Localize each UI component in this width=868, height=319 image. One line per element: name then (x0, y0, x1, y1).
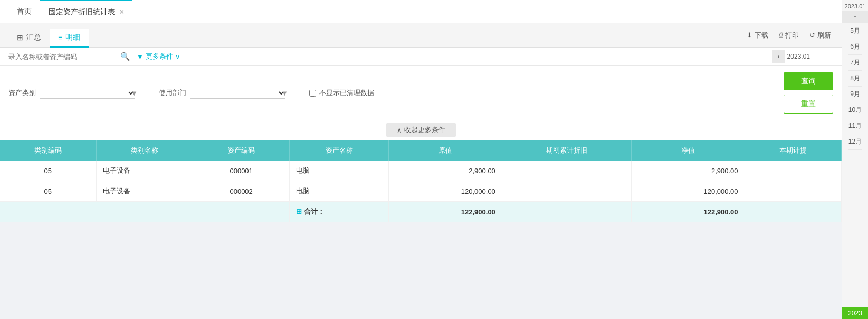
right-panel: 2023.01 ↑ 5月6月7月8月9月10月11月12月 2023 (842, 0, 868, 319)
col-header-category-name: 类别名称 (96, 140, 193, 161)
collapse-button[interactable]: ∧ 收起更多条件 (386, 123, 456, 137)
cell-current-period (745, 161, 841, 181)
filter-actions: 查询 重置 (784, 72, 833, 114)
total-current-period (745, 202, 841, 222)
refresh-button[interactable]: ↺ 刷新 (809, 31, 831, 40)
download-label: 下载 (755, 31, 768, 40)
cell-asset-name: 电脑 (290, 181, 389, 202)
right-panel-year[interactable]: 2023 (842, 307, 868, 319)
collapse-bar: ∧ 收起更多条件 (8, 120, 833, 140)
use-department-label: 使用部门 (159, 88, 186, 98)
cell-asset-name: 电脑 (290, 161, 389, 181)
col-header-asset-name: 资产名称 (290, 140, 389, 161)
month-item[interactable]: 7月 (848, 55, 862, 71)
table-row: 05 电子设备 000001 电脑 2,900.00 2,900.00 (0, 161, 842, 181)
cell-category-name: 电子设备 (96, 161, 193, 181)
cell-asset-code: 000001 (193, 161, 289, 181)
active-tab-label: 固定资产折旧统计表 (49, 7, 115, 17)
nav-home[interactable]: 首页 (8, 0, 40, 23)
print-label: 打印 (785, 31, 799, 40)
reset-button[interactable]: 重置 (784, 95, 833, 114)
filter-bar: 🔍 ▼ 更多条件 ∨ › 2023.01 (0, 48, 842, 66)
total-net-value: 122,900.00 (632, 202, 745, 222)
cell-asset-code: 000002 (193, 181, 289, 202)
cell-accumulated-dep (502, 181, 631, 202)
chevron-down-icon: ∨ (175, 53, 180, 61)
col-header-current-period: 本期计提 (745, 140, 841, 161)
asset-category-field: 资产类别 ▼ (8, 87, 138, 99)
print-icon: ⎙ (779, 31, 783, 39)
main-content: ⊞ 汇总 ≡ 明细 ⬇ 下载 ⎙ 打印 ↺ 刷新 (0, 23, 842, 222)
date-nav: › 2023.01 (772, 50, 810, 63)
total-text: ⊞合计： (290, 202, 389, 222)
cell-category-code: 05 (0, 161, 96, 181)
cell-category-code: 05 (0, 181, 96, 202)
month-item[interactable]: 11月 (848, 118, 862, 134)
search-icon[interactable]: 🔍 (120, 52, 130, 61)
refresh-icon: ↺ (809, 31, 815, 39)
total-icon: ⊞ (296, 208, 302, 215)
right-panel-date: 2023.01 (842, 0, 868, 11)
total-original-value: 122,900.00 (389, 202, 502, 222)
month-item[interactable]: 6月 (848, 39, 862, 55)
use-department-field: 使用部门 ▼ (159, 87, 288, 99)
cell-category-name: 电子设备 (96, 181, 193, 202)
use-department-dropdown-icon: ▼ (281, 89, 288, 97)
data-table-wrap: 类别编码 类别名称 资产编码 资产名称 原值 期初累计折旧 净值 本期计提 05… (0, 140, 842, 222)
search-input[interactable] (8, 53, 114, 61)
col-header-asset-code: 资产编码 (193, 140, 289, 161)
tab-summary-label: 汇总 (26, 33, 41, 42)
collapse-label: 收起更多条件 (404, 125, 445, 135)
filter-icon: ▼ (137, 53, 144, 61)
month-item[interactable]: 10月 (848, 102, 862, 118)
download-icon: ⬇ (747, 31, 752, 39)
col-header-net-value: 净值 (632, 140, 745, 161)
month-item[interactable]: 8月 (848, 71, 862, 87)
query-button[interactable]: 查询 (784, 72, 833, 90)
cell-accumulated-dep (502, 161, 631, 181)
tab-summary[interactable]: ⊞ 汇总 (8, 29, 50, 48)
total-label (0, 202, 290, 222)
asset-category-label: 资产类别 (8, 88, 36, 98)
asset-category-select[interactable] (40, 87, 135, 99)
advanced-filter: 资产类别 ▼ 使用部门 ▼ 不显示已清理数据 (0, 66, 842, 140)
collapse-icon: ∧ (397, 126, 402, 134)
table-row: 05 电子设备 000002 电脑 120,000.00 120,000.00 (0, 181, 842, 202)
active-tab[interactable]: 固定资产折旧统计表 × (40, 0, 132, 23)
more-conditions-label: 更多条件 (146, 52, 173, 61)
sub-tabs-bar: ⊞ 汇总 ≡ 明细 ⬇ 下载 ⎙ 打印 ↺ 刷新 (0, 23, 842, 48)
top-nav: 首页 固定资产折旧统计表 × × (0, 0, 868, 23)
detail-icon: ≡ (58, 33, 62, 42)
download-button[interactable]: ⬇ 下载 (747, 31, 768, 40)
use-department-select[interactable] (190, 87, 285, 99)
more-conditions-button[interactable]: ▼ 更多条件 ∨ (137, 52, 180, 61)
tab-detail[interactable]: ≡ 明细 (50, 29, 89, 48)
hide-cleared-checkbox[interactable] (309, 90, 316, 97)
refresh-label: 刷新 (817, 31, 831, 40)
table-header-row: 类别编码 类别名称 资产编码 资产名称 原值 期初累计折旧 净值 本期计提 (0, 140, 842, 161)
cell-original-value: 120,000.00 (389, 181, 502, 202)
month-item[interactable]: 5月 (848, 23, 862, 39)
total-accumulated-dep (502, 202, 631, 222)
print-button[interactable]: ⎙ 打印 (779, 31, 799, 40)
col-header-category-code: 类别编码 (0, 140, 96, 161)
month-item[interactable]: 9月 (848, 87, 862, 102)
hide-cleared-label: 不显示已清理数据 (319, 88, 374, 98)
col-header-original-value: 原值 (389, 140, 502, 161)
month-item[interactable]: 12月 (848, 134, 862, 150)
hide-cleared-field: 不显示已清理数据 (309, 88, 374, 98)
right-panel-scroll-up[interactable]: ↑ (842, 11, 868, 23)
tab-detail-label: 明细 (65, 33, 80, 42)
toolbar-right: ⬇ 下载 ⎙ 打印 ↺ 刷新 (747, 31, 831, 40)
asset-category-dropdown-icon: ▼ (131, 89, 138, 97)
cell-current-period (745, 181, 841, 202)
current-date-display: 2023.01 (787, 53, 810, 60)
date-nav-forward[interactable]: › (772, 50, 785, 63)
cell-net-value: 2,900.00 (632, 161, 745, 181)
cell-original-value: 2,900.00 (389, 161, 502, 181)
tab-close-icon[interactable]: × (119, 8, 124, 16)
summary-icon: ⊞ (17, 33, 23, 42)
data-table: 类别编码 类别名称 资产编码 资产名称 原值 期初累计折旧 净值 本期计提 05… (0, 140, 842, 222)
cell-net-value: 120,000.00 (632, 181, 745, 202)
col-header-accumulated-dep: 期初累计折旧 (502, 140, 631, 161)
